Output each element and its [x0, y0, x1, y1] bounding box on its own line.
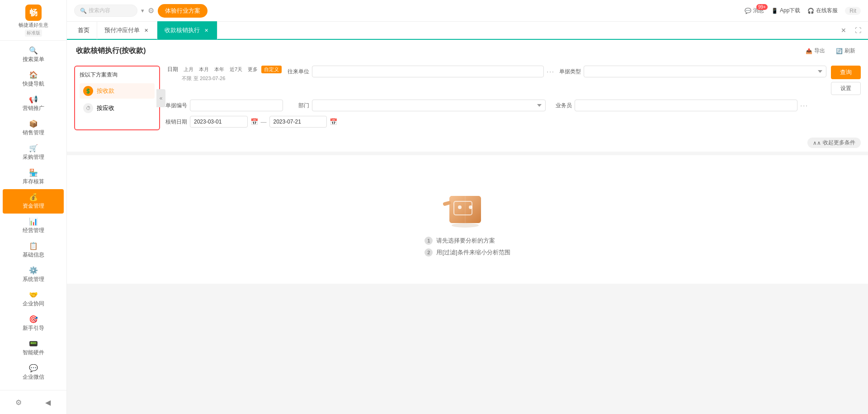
verify-date-start-input[interactable]	[190, 116, 248, 128]
sidebar-item-member[interactable]: V 畅会员	[0, 385, 66, 390]
online-service-label: 在线客服	[816, 7, 838, 14]
tab-bar: 首页 预付冲应付单 ✕ 收款核销执行 ✕ ✕ ⛶	[67, 22, 868, 40]
tab-prepay[interactable]: 预付冲应付单 ✕	[97, 21, 157, 39]
settings-bottom-btn[interactable]: ⚙	[11, 395, 26, 409]
date-to-text: 至 2023-07-26	[193, 75, 225, 82]
shortcut-7days[interactable]: 近7天	[228, 66, 244, 73]
dept-select[interactable]	[312, 100, 546, 111]
staff-input[interactable]	[575, 100, 797, 111]
filter-receivable-icon: ⏱	[83, 103, 93, 113]
page-title: 收款核销执行(按收款)	[76, 46, 146, 56]
tab-collection-close-icon[interactable]: ✕	[203, 27, 210, 34]
sidebar-item-purchase[interactable]: 🛒 采购管理	[0, 140, 66, 165]
refresh-icon: 🔄	[836, 48, 843, 54]
sidebar-item-operations[interactable]: 📊 经营管理	[0, 214, 66, 238]
query-button[interactable]: 查询	[831, 66, 861, 79]
sidebar-item-sales[interactable]: 📦 销售管理	[0, 116, 66, 140]
sidebar-item-hardware[interactable]: 📟 智能硬件	[0, 336, 66, 360]
doc-number-label: 单据编号	[165, 102, 187, 109]
filter-collapse-button[interactable]: «	[156, 89, 165, 107]
user-info[interactable]: Rit	[845, 7, 861, 15]
sidebar-item-wechat[interactable]: 💬 企业微信	[0, 360, 66, 385]
sidebar-item-enterprise[interactable]: 🤝 企业协同	[0, 287, 66, 311]
sidebar-item-label-hardware: 智能硬件	[23, 349, 44, 357]
counterparty-input[interactable]	[312, 66, 544, 77]
verify-date-cal-start-icon[interactable]: 📅	[250, 118, 258, 125]
sidebar-item-finance[interactable]: 💰 资金管理	[3, 189, 64, 214]
verify-date-label: 核销日期	[165, 118, 187, 126]
purchase-icon: 🛒	[29, 144, 38, 152]
sidebar-item-label-operations: 经营管理	[23, 227, 44, 234]
shortcut-this-year[interactable]: 本年	[212, 66, 226, 73]
refresh-label: 刷新	[844, 47, 855, 55]
staff-more-icon[interactable]: ···	[800, 102, 808, 109]
sidebar-item-guide[interactable]: 🎯 新手引导	[0, 311, 66, 336]
sidebar-nav: 🔍 搜索菜单 🏠 快捷导航 📢 营销推广 📦 销售管理 🛒 采购管理 🏪 库存核…	[0, 41, 66, 390]
doc-type-label: 单据类型	[559, 68, 581, 76]
shortcut-this-month[interactable]: 本月	[197, 66, 211, 73]
sidebar-item-quick-nav[interactable]: 🏠 快捷导航	[0, 67, 66, 91]
more-conditions-bar: ∧∧ 收起更多条件	[67, 136, 868, 152]
online-service-action[interactable]: 🎧 在线客服	[807, 7, 838, 14]
export-icon: 📤	[806, 48, 812, 54]
refresh-button[interactable]: 🔄 刷新	[832, 45, 859, 57]
quick-nav-icon: 🏠	[29, 71, 38, 79]
dept-label: 部门	[288, 102, 309, 109]
app-brand-name: 畅捷通好生意	[19, 22, 48, 29]
header-gear-icon[interactable]: ⚙	[148, 6, 154, 15]
tab-collection[interactable]: 收款核销执行 ✕	[157, 21, 217, 39]
filter-option-by-receivable[interactable]: ⏱ 按应收	[80, 100, 155, 116]
close-tab-btn[interactable]: ✕	[837, 24, 850, 37]
doc-number-input[interactable]	[190, 100, 283, 111]
filter-option-collection-label: 按收款	[97, 87, 114, 95]
sidebar-item-search-menu[interactable]: 🔍 搜索菜单	[0, 43, 66, 67]
date-label: 日期	[165, 66, 178, 73]
sidebar-item-label-enterprise: 企业协同	[23, 300, 44, 308]
sidebar-item-marketing[interactable]: 📢 营销推广	[0, 91, 66, 116]
online-service-icon: 🎧	[807, 8, 814, 14]
sidebar-item-inventory[interactable]: 🏪 库存核算	[0, 165, 66, 189]
header-search[interactable]: 🔍 搜索内容	[74, 5, 137, 17]
shortcut-custom[interactable]: 自定义	[261, 66, 282, 73]
sidebar-item-label-wechat: 企业微信	[23, 373, 44, 381]
more-conditions-chevron-icon: ∧∧	[813, 140, 821, 146]
industry-solution-button[interactable]: 体验行业方案	[158, 4, 208, 18]
sidebar-item-label-basic-info: 基础信息	[23, 251, 44, 259]
counterparty-label: 往来单位	[288, 68, 309, 76]
svg-point-4	[458, 205, 462, 209]
settings-button[interactable]: 设置	[831, 82, 861, 95]
system-icon: ⚙️	[29, 266, 38, 275]
empty-hint-2: 2 用[过滤]条件来缩小分析范围	[425, 248, 510, 257]
message-action[interactable]: 💬 消息 99+	[745, 7, 764, 14]
message-icon: 💬	[745, 8, 751, 14]
sidebar-item-label-search-menu: 搜索菜单	[23, 56, 44, 63]
header-dropdown-icon[interactable]: ▾	[141, 7, 144, 14]
verify-date-end-input[interactable]	[269, 116, 327, 128]
tab-prepay-close-icon[interactable]: ✕	[142, 27, 150, 34]
more-conditions-label: 收起更多条件	[823, 139, 855, 147]
tab-home[interactable]: 首页	[71, 21, 97, 39]
shortcut-last-month[interactable]: 上月	[182, 66, 195, 73]
app-logo-icon: 畅	[25, 5, 42, 21]
doc-type-select[interactable]	[584, 66, 826, 77]
content-area: 收款核销执行(按收款) 📤 导出 🔄 刷新 按以下方案查询 💲 按收款	[67, 40, 868, 414]
sales-icon: 📦	[29, 119, 38, 128]
counterparty-more-icon[interactable]: ···	[547, 68, 555, 75]
search-menu-icon: 🔍	[29, 46, 38, 55]
sidebar-item-system[interactable]: ⚙️ 系统管理	[0, 262, 66, 287]
collapse-icon: «	[160, 95, 163, 101]
collapse-sidebar-btn[interactable]: ◀	[41, 395, 55, 409]
sidebar-bottom: ⚙ ◀	[0, 390, 66, 414]
sidebar-item-label-inventory: 库存核算	[23, 178, 44, 186]
export-button[interactable]: 📤 导出	[802, 45, 829, 57]
fullscreen-tab-btn[interactable]: ⛶	[852, 24, 864, 37]
tab-prepay-label: 预付冲应付单	[104, 26, 140, 34]
filter-option-by-collection[interactable]: 💲 按收款	[80, 83, 155, 99]
verify-date-cal-end-icon[interactable]: 📅	[330, 118, 337, 125]
app-download-action[interactable]: 📱 App下载	[771, 7, 800, 14]
sidebar-item-label-sales: 销售管理	[23, 129, 44, 137]
more-conditions-button[interactable]: ∧∧ 收起更多条件	[807, 138, 861, 148]
sidebar-item-label-system: 系统管理	[23, 276, 44, 283]
shortcut-more[interactable]: 更多	[246, 66, 259, 73]
sidebar-item-basic-info[interactable]: 📋 基础信息	[0, 238, 66, 262]
